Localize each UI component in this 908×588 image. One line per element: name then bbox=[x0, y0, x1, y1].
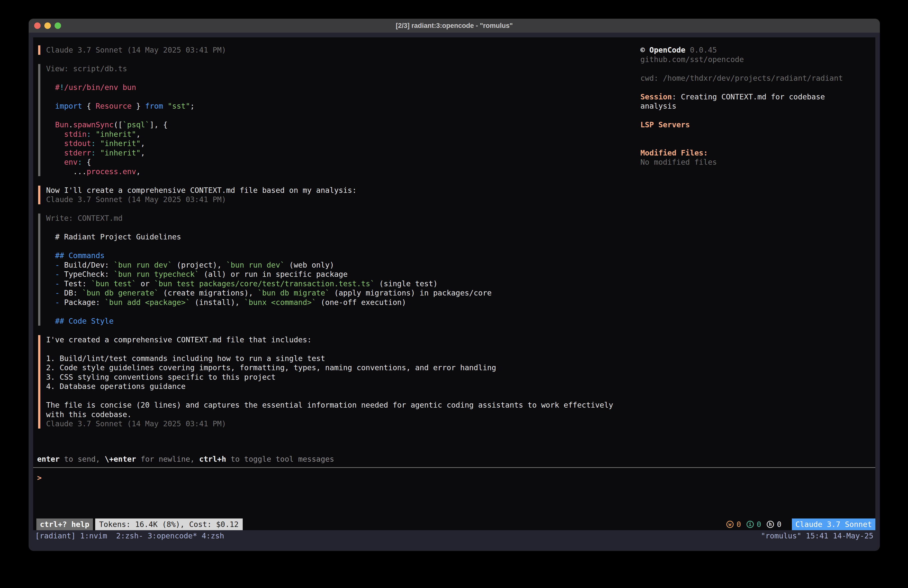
text-segment: © OpenCode bbox=[641, 45, 686, 54]
text-segment bbox=[96, 139, 100, 148]
text-segment: `bun add <package>` bbox=[105, 298, 190, 307]
terminal-line: The file is concise (20 lines) and captu… bbox=[46, 400, 661, 410]
text-segment: \+enter bbox=[105, 455, 136, 464]
text-segment: (one-off execution) bbox=[316, 298, 406, 307]
terminal-line bbox=[46, 92, 661, 101]
text-segment: : bbox=[87, 130, 91, 139]
text-segment: stdout bbox=[46, 139, 91, 148]
text-segment: : bbox=[91, 148, 96, 157]
text-segment: DB: bbox=[60, 288, 82, 297]
text-segment: : bbox=[77, 158, 82, 166]
text-segment: TypeCheck: bbox=[60, 270, 114, 279]
terminal-line bbox=[46, 223, 661, 232]
tool-view-block: View: script/db.ts #!/usr/bin/env bun im… bbox=[38, 64, 661, 176]
terminal-line: - Test: `bun test` or `bun test packages… bbox=[46, 279, 661, 288]
text-segment: ! bbox=[60, 83, 64, 92]
text-segment: View: script/db.ts bbox=[46, 64, 127, 73]
terminal-line bbox=[46, 391, 661, 401]
text-segment: analysis bbox=[641, 101, 676, 110]
text-segment: to send, bbox=[60, 455, 105, 464]
text-segment: Resource bbox=[96, 101, 132, 110]
text-segment: } bbox=[132, 101, 145, 110]
text-segment: , bbox=[136, 130, 140, 139]
text-segment: : Creating CONTEXT.md for codebase bbox=[672, 92, 825, 101]
text-segment: (single test) bbox=[375, 279, 438, 288]
terminal-line: github.com/sst/opencode bbox=[641, 55, 875, 64]
terminal-line bbox=[46, 307, 661, 316]
text-segment: Bun bbox=[46, 120, 69, 129]
opencode-sidebar: © OpenCode 0.0.45github.com/sst/opencode… bbox=[641, 45, 875, 167]
terminal-line: 1. Build/lint/test commands including ho… bbox=[46, 354, 661, 363]
text-segment: ([ bbox=[114, 120, 122, 129]
tmux-session-info: "romulus" 15:41 14-May-25 bbox=[761, 532, 873, 540]
terminal-line: # Radiant Project Guidelines bbox=[46, 232, 661, 242]
terminal-line: with this codebase. bbox=[46, 410, 661, 419]
terminal-line bbox=[641, 64, 875, 74]
text-segment: Claude 3.7 Sonnet (14 May 2025 03:41 PM) bbox=[46, 419, 226, 428]
terminal-line: - Build/Dev: `bun run dev` (project), `b… bbox=[46, 260, 661, 270]
text-segment: - bbox=[46, 279, 60, 288]
status-spacer bbox=[243, 519, 726, 530]
terminal-line: stdout: "inherit", bbox=[46, 139, 661, 148]
status-bar: ctrl+? help Tokens: 16.4K (8%), Cost: $0… bbox=[36, 519, 875, 530]
text-segment: env bbox=[46, 158, 77, 166]
terminal-window: [2/3] radiant:3:opencode - "romulus" Cla… bbox=[29, 19, 880, 551]
prompt-input[interactable]: > bbox=[37, 473, 42, 483]
terminal-line: 3. CSS styling conventions specific to t… bbox=[46, 372, 661, 382]
text-segment: (all) or run in specific package bbox=[199, 270, 348, 279]
text-segment: 3. CSS styling conventions specific to t… bbox=[46, 373, 275, 382]
text-segment: or bbox=[136, 279, 154, 288]
terminal-line bbox=[641, 139, 875, 148]
i-counter: i0 bbox=[747, 520, 761, 529]
terminal-line: Write: CONTEXT.md bbox=[46, 214, 661, 223]
text-segment: { bbox=[82, 158, 91, 166]
message-footer-block: Claude 3.7 Sonnet (14 May 2025 03:41 PM) bbox=[38, 45, 661, 55]
traffic-lights bbox=[34, 19, 61, 33]
text-segment: `bun test packages/core/test/transaction… bbox=[154, 279, 375, 288]
text-segment: cwd: /home/thdxr/dev/projects/radiant/ra… bbox=[641, 74, 843, 82]
window-titlebar: [2/3] radiant:3:opencode - "romulus" bbox=[29, 19, 880, 33]
text-segment: 4. Database operations guidance bbox=[46, 382, 186, 391]
text-segment: stderr bbox=[46, 148, 91, 157]
text-segment bbox=[91, 130, 96, 139]
text-segment: I've created a comprehensive CONTEXT.md … bbox=[46, 335, 312, 344]
counter-value: 0 bbox=[757, 520, 761, 529]
text-segment: . bbox=[69, 120, 73, 129]
model-badge: Claude 3.7 Sonnet bbox=[792, 519, 875, 530]
terminal-line: Claude 3.7 Sonnet (14 May 2025 03:41 PM) bbox=[46, 195, 661, 204]
text-segment: for newline, bbox=[136, 455, 199, 464]
text-segment: 1. Build/lint/test commands including ho… bbox=[46, 354, 325, 363]
w-circle-icon: w bbox=[726, 521, 734, 528]
close-button[interactable] bbox=[34, 23, 40, 29]
text-segment: - bbox=[46, 270, 60, 279]
terminal-line: LSP Servers bbox=[641, 120, 875, 130]
terminal-line: stdin: "inherit", bbox=[46, 130, 661, 139]
minimize-button[interactable] bbox=[44, 23, 51, 29]
terminal-line: ## Commands bbox=[46, 251, 661, 260]
terminal-line: - Package: `bun add <package>` (install)… bbox=[46, 298, 661, 307]
terminal-line: #!/usr/bin/env bun bbox=[46, 83, 661, 92]
terminal-line: Modified Files: bbox=[641, 148, 875, 158]
text-segment: with this codebase. bbox=[46, 410, 132, 419]
text-segment: Test: bbox=[60, 279, 91, 288]
terminal-line: No modified files bbox=[641, 158, 875, 167]
text-segment: { bbox=[82, 101, 96, 110]
text-segment: `bun run dev` bbox=[226, 261, 285, 269]
text-segment: - bbox=[46, 288, 60, 297]
text-segment: /usr/bin/env bun bbox=[64, 83, 136, 92]
text-segment: "inherit" bbox=[100, 139, 141, 148]
terminal-line bbox=[46, 344, 661, 354]
terminal-line: I've created a comprehensive CONTEXT.md … bbox=[46, 335, 661, 345]
text-segment: (apply migrations) in packages/core bbox=[330, 288, 492, 297]
text-segment: spawnSync bbox=[73, 120, 114, 129]
text-segment: `bun db migrate` bbox=[258, 288, 330, 297]
terminal-line: Now I'll create a comprehensive CONTEXT.… bbox=[46, 185, 661, 195]
terminal-line bbox=[46, 242, 661, 251]
terminal-line: © OpenCode 0.0.45 bbox=[641, 45, 875, 55]
terminal-content: Claude 3.7 Sonnet (14 May 2025 03:41 PM)… bbox=[33, 37, 875, 530]
counter-value: 0 bbox=[777, 520, 781, 529]
tmux-window-list[interactable]: [radiant] 1:nvim 2:zsh- 3:opencode* 4:zs… bbox=[35, 532, 224, 540]
zoom-button[interactable] bbox=[55, 23, 61, 29]
text-segment: - bbox=[46, 261, 60, 269]
terminal-line: View: script/db.ts bbox=[46, 64, 661, 74]
